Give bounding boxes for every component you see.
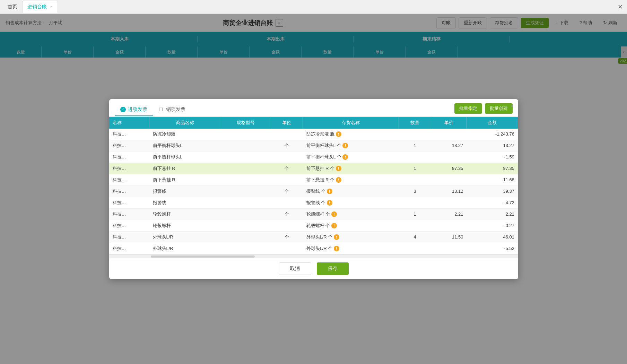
cancel-button[interactable]: 取消 xyxy=(279,262,311,275)
table-scrollbar[interactable] xyxy=(109,254,518,258)
table-cell: 科技… xyxy=(109,185,149,197)
table-cell: 2.21 xyxy=(467,208,518,220)
in-invoice-icon: ✓ xyxy=(120,107,126,112)
table-cell: 3 xyxy=(399,185,431,197)
tab-bar: 首页 进销台账 × ✕ xyxy=(0,0,627,14)
tab-in-invoice[interactable]: ✓ 进项发票 xyxy=(115,104,153,116)
table-container[interactable]: 名称 商品名称 规格型号 单位 存货名称 数量 单价 金额 科技…防冻冷却液防冻… xyxy=(109,117,518,254)
tab-home[interactable]: 首页 xyxy=(3,1,22,13)
modal-close-button[interactable]: × xyxy=(510,103,514,110)
table-cell xyxy=(399,174,431,185)
table-row[interactable]: 科技…前下悬挂 R个前下悬挂 R 个 !197.3597.35 xyxy=(109,163,518,174)
table-cell: 轮毂螺杆 xyxy=(149,208,221,220)
table-cell xyxy=(271,151,303,163)
table-row[interactable]: 科技…报警线报警线 个 !-4.72 xyxy=(109,197,518,208)
table-cell: 外球头L/R xyxy=(149,243,221,254)
batch-assign-button[interactable]: 批量指定 xyxy=(454,103,482,114)
table-cell: 13.27 xyxy=(431,140,467,151)
table-cell: 科技… xyxy=(109,231,149,243)
save-button[interactable]: 保存 xyxy=(317,262,349,275)
table-cell xyxy=(399,243,431,254)
warning-icon: ! xyxy=(327,189,332,194)
table-cell: 科技… xyxy=(109,174,149,185)
table-cell: -11.68 xyxy=(467,174,518,185)
warning-icon: ! xyxy=(334,234,339,240)
table-row[interactable]: 科技…前下悬挂 R前下悬挂 R 个 !-11.68 xyxy=(109,174,518,185)
table-cell: 个 xyxy=(271,163,303,174)
batch-create-button[interactable]: 批量创建 xyxy=(485,103,513,114)
table-cell: 外球头L/R 个 ! xyxy=(303,243,399,254)
table-cell: 报警线 xyxy=(149,197,221,208)
table-cell xyxy=(221,140,271,151)
table-cell xyxy=(271,220,303,231)
table-cell xyxy=(221,129,271,140)
window-close-button[interactable]: ✕ xyxy=(618,3,623,11)
table-cell: 轮毂螺杆 个 ! xyxy=(303,220,399,231)
table-cell: 13.27 xyxy=(467,140,518,151)
table-cell: 个 xyxy=(271,208,303,220)
table-cell xyxy=(271,174,303,185)
tab-out-invoice[interactable]: ☐ 销项发票 xyxy=(153,104,191,116)
table-cell: 97.35 xyxy=(467,163,518,174)
table-cell: 11.50 xyxy=(431,231,467,243)
table-cell: -5.52 xyxy=(467,243,518,254)
table-cell xyxy=(271,197,303,208)
table-cell: 1 xyxy=(399,140,431,151)
table-row[interactable]: 科技…前平衡杆球头L个前平衡杆球头L 个 !113.2713.27 xyxy=(109,140,518,151)
table-cell: 4 xyxy=(399,231,431,243)
table-cell xyxy=(399,220,431,231)
invoice-table: 名称 商品名称 规格型号 单位 存货名称 数量 单价 金额 科技…防冻冷却液防冻… xyxy=(109,117,518,254)
table-cell xyxy=(399,151,431,163)
modal-overlay: ✓ 进项发票 ☐ 销项发票 批量指定 批量创建 × 名称 xyxy=(0,14,627,364)
table-cell xyxy=(221,208,271,220)
main-area: 销售成本计算方法： 月平均 商贸企业进销台账 ≡ 对账 重新开账 存货别名 生成… xyxy=(0,14,627,364)
tab-in-invoice-label: 进项发票 xyxy=(128,106,147,113)
tab-active-label: 进销台账 xyxy=(27,4,47,10)
table-cell: 报警线 个 ! xyxy=(303,185,399,197)
table-cell: 科技… xyxy=(109,151,149,163)
table-cell xyxy=(399,129,431,140)
table-cell: 39.37 xyxy=(467,185,518,197)
table-row[interactable]: 科技…外球头L/R个外球头L/R 个 !411.5046.01 xyxy=(109,231,518,243)
table-cell xyxy=(221,220,271,231)
table-cell: 46.01 xyxy=(467,231,518,243)
th-inventory: 存货名称 xyxy=(303,117,399,129)
table-cell xyxy=(221,243,271,254)
table-cell: -1.59 xyxy=(467,151,518,163)
table-cell: 科技… xyxy=(109,243,149,254)
table-scroll-thumb xyxy=(151,255,255,258)
table-cell: 防冻冷却液 xyxy=(149,129,221,140)
table-cell xyxy=(221,231,271,243)
tab-close-icon[interactable]: × xyxy=(50,5,53,9)
table-row[interactable]: 科技…报警线个报警线 个 !313.1239.37 xyxy=(109,185,518,197)
table-cell: 科技… xyxy=(109,208,149,220)
table-cell: 科技… xyxy=(109,163,149,174)
table-cell xyxy=(431,174,467,185)
warning-icon: ! xyxy=(342,154,348,160)
table-row[interactable]: 科技…轮毂螺杆个轮毂螺杆 个 !12.212.21 xyxy=(109,208,518,220)
warning-icon: ! xyxy=(334,246,339,251)
table-cell: -4.72 xyxy=(467,197,518,208)
warning-icon: ! xyxy=(327,200,332,206)
table-row[interactable]: 科技…前平衡杆球头L前平衡杆球头L 个 !-1.59 xyxy=(109,151,518,163)
th-product: 商品名称 xyxy=(149,117,221,129)
table-row[interactable]: 科技…外球头L/R外球头L/R 个 !-5.52 xyxy=(109,243,518,254)
modal-header: ✓ 进项发票 ☐ 销项发票 批量指定 批量创建 × xyxy=(109,99,518,117)
table-cell: 防冻冷却液 瓶 ! xyxy=(303,129,399,140)
tab-active[interactable]: 进销台账 × xyxy=(22,1,58,13)
table-cell xyxy=(221,197,271,208)
warning-icon: ! xyxy=(336,177,341,183)
tab-out-invoice-label: 销项发票 xyxy=(166,106,185,113)
table-cell: 科技… xyxy=(109,140,149,151)
warning-icon: ! xyxy=(331,211,337,217)
table-row[interactable]: 科技…防冻冷却液防冻冷却液 瓶 !-1,243.76 xyxy=(109,129,518,140)
table-cell: 报警线 个 ! xyxy=(303,197,399,208)
table-cell: 个 xyxy=(271,185,303,197)
table-cell: 1 xyxy=(399,208,431,220)
modal-footer: 取消 保存 xyxy=(109,258,518,279)
table-row[interactable]: 科技…轮毂螺杆轮毂螺杆 个 !-0.27 xyxy=(109,220,518,231)
table-cell: 外球头L/R 个 ! xyxy=(303,231,399,243)
table-cell: 科技… xyxy=(109,129,149,140)
th-amount: 金额 xyxy=(467,117,518,129)
table-cell: 科技… xyxy=(109,197,149,208)
